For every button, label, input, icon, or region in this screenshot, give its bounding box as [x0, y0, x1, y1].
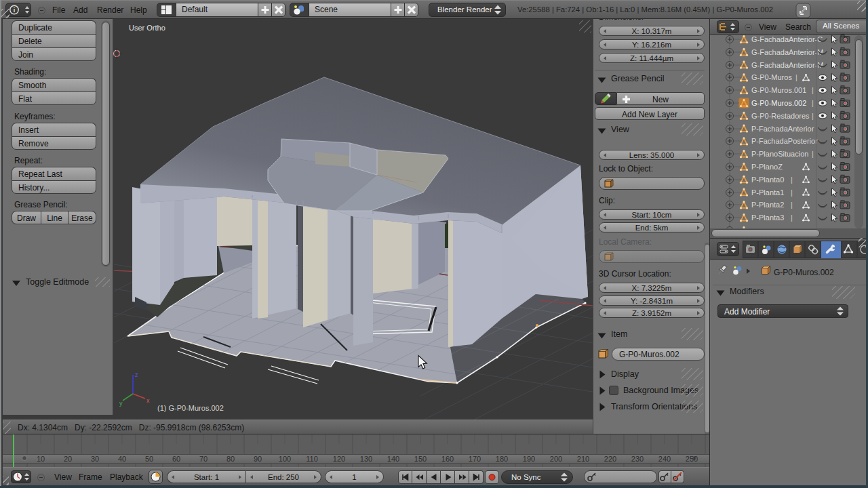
svg-text:|: | — [812, 86, 814, 94]
svg-text:G-P0-Muros.002: G-P0-Muros.002 — [751, 99, 806, 107]
svg-text:G-FachadaAnterior-M: G-FachadaAnterior-M — [751, 61, 823, 69]
svg-text:|: | — [812, 99, 814, 107]
svg-text:G-P0-Muros.001: G-P0-Muros.001 — [751, 86, 806, 94]
svg-text:P-PlanoZ: P-PlanoZ — [751, 163, 783, 171]
svg-text:P-PlanoSituacion: P-PlanoSituacion — [751, 150, 808, 158]
svg-text:|: | — [795, 73, 797, 81]
svg-text:|: | — [791, 201, 793, 209]
svg-text:i: i — [14, 7, 16, 14]
svg-text:User Ortho: User Ortho — [129, 24, 165, 32]
svg-text:P-FachadaPosterior: P-FachadaPosterior — [751, 137, 818, 145]
svg-text:x: x — [146, 397, 150, 404]
svg-text:(1) G-P0-Muros.002: (1) G-P0-Muros.002 — [157, 404, 224, 412]
svg-text:|: | — [812, 150, 814, 158]
svg-text:G-P0-Restadores: G-P0-Restadores — [751, 112, 810, 120]
svg-text:|: | — [812, 112, 814, 120]
svg-text:G-FachadaAnterior-C: G-FachadaAnterior-C — [751, 35, 823, 43]
svg-text:G-FachadaAnterior-M: G-FachadaAnterior-M — [751, 48, 823, 56]
svg-text:|: | — [791, 188, 793, 197]
svg-text:P-FachadaAnterior: P-FachadaAnterior — [751, 125, 814, 133]
svg-text:|: | — [791, 214, 793, 222]
svg-text:P-Planta0: P-Planta0 — [751, 176, 784, 184]
svg-text:|: | — [791, 176, 793, 184]
svg-text:z: z — [135, 371, 138, 378]
svg-text:G-P0-Muros: G-P0-Muros — [751, 73, 792, 81]
svg-text:y: y — [119, 400, 123, 407]
svg-text:P-Planta2: P-Planta2 — [751, 201, 784, 209]
svg-text:P-Planta1: P-Planta1 — [751, 188, 784, 197]
svg-text:P-Planta3: P-Planta3 — [751, 214, 784, 222]
